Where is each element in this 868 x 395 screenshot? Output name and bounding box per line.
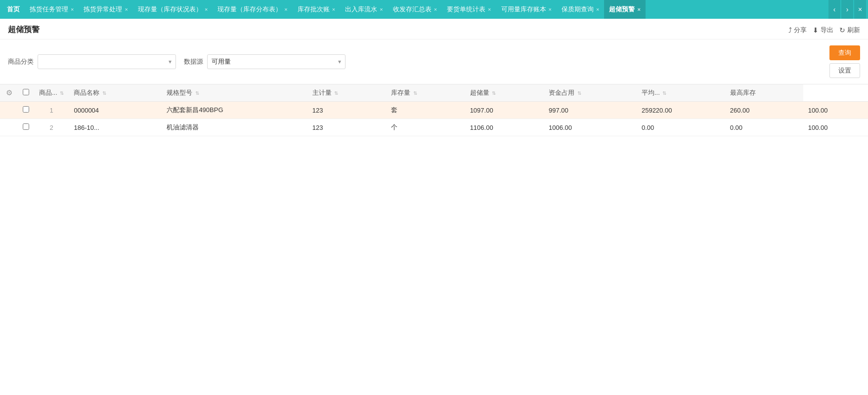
row-checkbox[interactable] xyxy=(23,123,29,130)
topbar-nav-buttons: ‹ › × xyxy=(828,0,866,19)
col-goods-code-label: 商品... xyxy=(39,89,57,96)
share-icon: ⤴ xyxy=(788,26,792,34)
col-stock[interactable]: 库存量 ⇅ xyxy=(386,84,465,102)
row-stock: 1106.00 xyxy=(465,119,544,136)
row-checkbox-cell[interactable] xyxy=(18,102,34,119)
row-checkbox[interactable] xyxy=(23,106,29,113)
page-header: 超储预警 ⤴ 分享 ⬇ 导出 ↻ 刷新 xyxy=(0,19,868,40)
nav-inventory-dist[interactable]: 现存量（库存分布表） × xyxy=(213,0,292,19)
nav-label: 保质期查询 xyxy=(562,5,594,14)
nav-expiry-query[interactable]: 保质期查询 × xyxy=(557,0,604,19)
col-max-stock[interactable]: 最高库存 xyxy=(725,84,803,102)
nav-home[interactable]: 首页 xyxy=(2,0,25,19)
nav-close-button[interactable]: × xyxy=(854,0,866,19)
nav-label: 库存批次账 xyxy=(298,5,330,14)
nav-exception-handle[interactable]: 拣货异常处理 × xyxy=(79,0,132,19)
table-header-row: ⚙ 商品... ⇅ 商品名称 ⇅ 规格型号 ⇅ xyxy=(0,84,868,102)
select-all-checkbox[interactable] xyxy=(23,89,29,95)
nav-label: 可用量库存账本 xyxy=(501,5,546,14)
nav-label: 要货单统计表 xyxy=(447,5,485,14)
close-icon[interactable]: × xyxy=(125,6,128,12)
col-unit-label: 主计量 xyxy=(312,89,332,96)
nav-inventory-status[interactable]: 现存量（库存状况表） × xyxy=(133,0,213,19)
share-button[interactable]: ⤴ 分享 xyxy=(788,26,807,35)
close-icon[interactable]: × xyxy=(488,6,491,12)
row-avg: 0.00 xyxy=(725,119,803,136)
col-overstock[interactable]: 超储量 ⇅ xyxy=(465,84,544,102)
page-title: 超储预警 xyxy=(8,25,40,35)
nav-overstock-alert[interactable]: 超储预警 × xyxy=(604,0,645,19)
col-spec[interactable]: 规格型号 ⇅ xyxy=(162,84,307,102)
nav-home-label: 首页 xyxy=(7,5,20,14)
row-max-stock: 100.00 xyxy=(803,119,868,136)
category-select[interactable]: ▾ xyxy=(38,54,176,69)
filter-buttons: 查询 设置 xyxy=(829,45,860,78)
row-number: 2 xyxy=(34,119,69,136)
nav-available-ledger[interactable]: 可用量库存账本 × xyxy=(496,0,557,19)
refresh-icon: ↻ xyxy=(839,26,845,34)
nav-order-stats[interactable]: 要货单统计表 × xyxy=(442,0,496,19)
col-goods-name[interactable]: 商品名称 ⇅ xyxy=(69,84,162,102)
col-checkbox[interactable] xyxy=(18,84,34,102)
category-chevron-icon: ▾ xyxy=(169,58,172,65)
col-settings[interactable]: ⚙ xyxy=(0,84,18,102)
query-button[interactable]: 查询 xyxy=(829,45,860,60)
col-avg[interactable]: 平均... ⇅ xyxy=(637,84,725,102)
category-filter: 商品分类 ▾ xyxy=(8,54,176,69)
refresh-button[interactable]: ↻ 刷新 xyxy=(839,26,860,35)
close-icon[interactable]: × xyxy=(205,6,208,12)
col-capital-label: 资金占用 xyxy=(549,89,574,96)
row-unit: 套 xyxy=(386,102,465,119)
close-icon[interactable]: × xyxy=(71,6,74,12)
filter-row: 商品分类 ▾ 数据源 可用量 ▾ 查询 设置 xyxy=(0,40,868,84)
col-capital[interactable]: 资金占用 ⇅ xyxy=(544,84,637,102)
nav-label: 超储预警 xyxy=(609,5,635,14)
col-goods-code[interactable]: 商品... ⇅ xyxy=(34,84,69,102)
close-icon[interactable]: × xyxy=(434,6,437,12)
row-number: 1 xyxy=(34,102,69,119)
sort-icon: ⇅ xyxy=(102,90,106,96)
settings-button[interactable]: 设置 xyxy=(829,63,860,78)
close-icon[interactable]: × xyxy=(332,6,335,12)
close-icon[interactable]: × xyxy=(637,6,640,12)
sort-icon: ⇅ xyxy=(577,90,581,96)
sort-icon: ⇅ xyxy=(334,90,338,96)
close-icon[interactable]: × xyxy=(380,6,383,12)
nav-label: 现存量（库存分布表） xyxy=(217,5,282,14)
datasource-label: 数据源 xyxy=(184,57,203,66)
sort-icon: ⇅ xyxy=(413,90,417,96)
row-spec: 123 xyxy=(307,102,386,119)
close-icon[interactable]: × xyxy=(596,6,599,12)
row-goods-code: 186-10... xyxy=(69,119,162,136)
row-checkbox-cell[interactable] xyxy=(18,119,34,136)
nav-batch-account[interactable]: 库存批次账 × xyxy=(293,0,340,19)
col-spec-label: 规格型号 xyxy=(167,89,192,96)
refresh-label: 刷新 xyxy=(847,26,860,35)
datasource-select[interactable]: 可用量 ▾ xyxy=(207,54,346,69)
export-icon: ⬇ xyxy=(813,26,819,34)
nav-flow[interactable]: 出入库流水 × xyxy=(340,0,388,19)
export-button[interactable]: ⬇ 导出 xyxy=(813,26,833,35)
export-label: 导出 xyxy=(821,26,833,35)
nav-label: 拣货异常处理 xyxy=(84,5,122,14)
close-icon[interactable]: × xyxy=(284,6,287,12)
sort-icon: ⇅ xyxy=(60,90,64,96)
nav-task-manage[interactable]: 拣货任务管理 × xyxy=(25,0,79,19)
row-gear-cell xyxy=(0,102,18,119)
nav-prev-button[interactable]: ‹ xyxy=(828,0,840,19)
table-row: 2 186-10... 机油滤清器 123 个 1106.00 1006.00 … xyxy=(0,119,868,136)
col-goods-name-label: 商品名称 xyxy=(74,89,99,96)
row-goods-code: 0000004 xyxy=(69,102,162,119)
datasource-filter: 数据源 可用量 ▾ xyxy=(184,54,346,69)
nav-summary[interactable]: 收发存汇总表 × xyxy=(388,0,442,19)
close-icon[interactable]: × xyxy=(549,6,552,12)
col-unit[interactable]: 主计量 ⇅ xyxy=(307,84,386,102)
col-stock-label: 库存量 xyxy=(391,89,410,96)
row-avg: 260.00 xyxy=(725,102,803,119)
row-overstock: 997.00 xyxy=(544,102,637,119)
sort-icon: ⇅ xyxy=(195,90,199,96)
row-stock: 1097.00 xyxy=(465,102,544,119)
category-label: 商品分类 xyxy=(8,57,34,66)
nav-next-button[interactable]: › xyxy=(841,0,853,19)
datasource-chevron-icon: ▾ xyxy=(338,58,341,65)
